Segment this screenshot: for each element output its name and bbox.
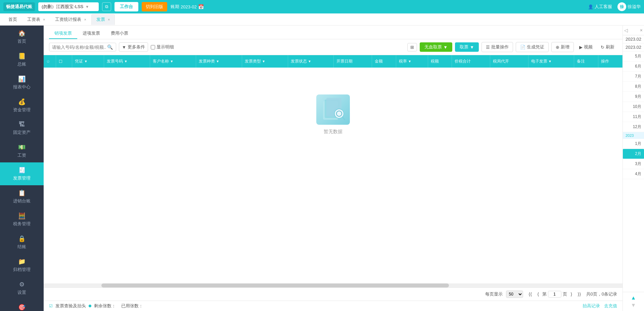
period-month-7[interactable]: 7月 xyxy=(623,72,644,82)
col-total[interactable]: 价税合计 xyxy=(452,55,490,68)
first-page-button[interactable]: ⟨⟨ xyxy=(526,291,534,298)
sub-tab-expense-ticket[interactable]: 费用小票 xyxy=(105,28,134,39)
scroll-bar[interactable] xyxy=(44,283,623,287)
footer: 每页显示 20 50 100 ⟨⟨ ⟨ 第 页 ⟩ ⟩⟩ 共0页，0条记录 xyxy=(44,287,623,301)
sidebar-item-home[interactable]: 🏠 首页 xyxy=(0,26,44,48)
col-status[interactable]: 发票状态 ▼ xyxy=(288,55,334,68)
sidebar-item-funds[interactable]: 💰 资金管理 xyxy=(0,94,44,117)
take-ticket-button[interactable]: 取票 ▼ xyxy=(455,42,479,52)
period-2023-month-3[interactable]: 3月 xyxy=(623,159,644,169)
settings-icon: ⚙ xyxy=(19,281,25,288)
col-tax-rate[interactable]: 税率 ▼ xyxy=(396,55,428,68)
tab-payroll-stats[interactable]: 工资统计报表 × xyxy=(50,14,91,25)
period-year-text-2: 2023.02 xyxy=(626,45,641,50)
search-icon[interactable]: 🔍 xyxy=(107,44,113,50)
ai-service-icon: 👤 xyxy=(588,4,593,9)
ai-service-button[interactable]: 👤 人工客服 xyxy=(588,4,612,10)
tab-payroll-stats-close-icon[interactable]: × xyxy=(84,17,86,22)
app-logo: 畅捷通易代账 xyxy=(3,2,35,11)
per-page-select[interactable]: 20 50 100 xyxy=(506,290,523,298)
raise-record-link[interactable]: 抬高记录 xyxy=(583,303,600,309)
tab-payroll[interactable]: 工资表 × xyxy=(22,14,50,25)
col-invoice-type[interactable]: 发票种类 ▼ xyxy=(196,55,242,68)
period-down-icon[interactable]: ▼ xyxy=(631,302,636,308)
show-detail-checkbox[interactable]: 显示明细 xyxy=(151,44,174,50)
sub-tab-sales-invoice[interactable]: 销项发票 xyxy=(49,28,77,39)
calendar-icon[interactable]: 📅 xyxy=(198,4,204,9)
period-month-8[interactable]: 8月 xyxy=(623,82,644,92)
sub-tab-purchase-invoice[interactable]: 进项发票 xyxy=(77,28,105,39)
col-customer[interactable]: 客户名称 ▼ xyxy=(150,55,196,68)
col-action[interactable]: 操作 xyxy=(598,55,623,68)
prev-page-button[interactable]: ⟨ xyxy=(535,291,541,298)
content-area: 销项发票 进项发票 费用小票 🔍 ▼ 更多条件 显示明细 ⊞ 无血取票 xyxy=(44,26,623,311)
no-deduct-button[interactable]: 无血取票 ▼ xyxy=(420,42,452,52)
period-month-11[interactable]: 11月 xyxy=(623,112,644,122)
grid-view-button[interactable]: ⊞ xyxy=(407,43,417,51)
sidebar-item-reports[interactable]: 📊 报表中心 xyxy=(0,71,44,94)
sidebar-item-sales[interactable]: 📋 进销台账 xyxy=(0,185,44,208)
tab-invoice[interactable]: 发票 × xyxy=(91,14,115,25)
company-selector[interactable]: (勿删）江西股宝-LSS ▼ xyxy=(38,2,99,11)
workbench-button[interactable]: 工作台 xyxy=(114,2,138,11)
copy-button[interactable]: ⧉ xyxy=(102,2,111,11)
username: 徐溢华 xyxy=(628,4,641,10)
col-date[interactable]: 开票日期 xyxy=(334,55,372,68)
show-detail-check[interactable] xyxy=(151,45,155,49)
sidebar-item-tax[interactable]: 🧮 税务管理 xyxy=(0,208,44,231)
page-input[interactable] xyxy=(548,291,561,298)
col-ticket-type[interactable]: 发票类型 ▼ xyxy=(242,55,288,68)
sidebar-item-general-ledger[interactable]: 📒 总账 xyxy=(0,48,44,71)
period-close-icon[interactable]: × xyxy=(640,28,643,33)
period-month-5[interactable]: 5月 xyxy=(623,51,644,62)
user-info[interactable]: 徐 徐溢华 xyxy=(617,2,641,11)
sidebar-item-archive[interactable]: 📁 归档管理 xyxy=(0,254,44,277)
period-2023-month-2[interactable]: 2月 xyxy=(623,149,644,159)
new-button[interactable]: ⊕ 新增 xyxy=(551,42,574,52)
period-expand-icon[interactable]: ◁ xyxy=(624,28,628,33)
batch-ops-button[interactable]: ☰ 批量操作 xyxy=(481,42,513,52)
col-tax-bureau[interactable]: 税局代开 xyxy=(490,55,528,68)
more-filter-button[interactable]: ▼ 更多条件 xyxy=(119,42,148,52)
tab-invoice-close-icon[interactable]: × xyxy=(108,17,110,22)
period-month-10[interactable]: 10月 xyxy=(623,102,644,112)
col-amount[interactable]: 金额 xyxy=(372,55,396,68)
sidebar-item-settings[interactable]: ⚙ 设置 xyxy=(0,277,44,300)
period-2023-month-4[interactable]: 4月 xyxy=(623,169,644,179)
sidebar-item-close-books[interactable]: 🔒 结账 xyxy=(0,231,44,254)
col-check[interactable]: ☐ xyxy=(56,55,72,68)
video-button[interactable]: ▶ 视频 xyxy=(577,42,595,52)
tab-home[interactable]: 首页 xyxy=(3,14,22,25)
col-star[interactable]: ☆ xyxy=(44,55,56,68)
col-remark[interactable]: 备注 xyxy=(574,55,598,68)
col-electronic[interactable]: 电子发票 ▼ xyxy=(528,55,574,68)
period-up-icon[interactable]: ▲ xyxy=(631,295,636,301)
sidebar-item-payroll[interactable]: 💵 工资 xyxy=(0,140,44,162)
search-box[interactable]: 🔍 xyxy=(49,43,116,51)
switch-version-button[interactable]: 切到旧版 xyxy=(142,2,167,11)
search-input[interactable] xyxy=(52,45,106,50)
period-month-12[interactable]: 12月 xyxy=(623,122,644,132)
sidebar-item-invoice[interactable]: 🧾 发票管理 xyxy=(0,162,44,185)
empty-illustration xyxy=(316,94,350,125)
col-tax-amount[interactable]: 税额 xyxy=(428,55,452,68)
col-invoice-no[interactable]: 发票号码 ▼ xyxy=(104,55,150,68)
recharge-link[interactable]: 去充值 xyxy=(604,303,617,309)
scroll-thumb[interactable] xyxy=(101,283,449,287)
page-suffix: 页 xyxy=(563,291,567,297)
period-2023-month-1[interactable]: 1月 xyxy=(623,139,644,149)
sidebar-item-guide[interactable]: 🎯 新手引导 xyxy=(0,300,44,311)
period-month-9[interactable]: 9月 xyxy=(623,92,644,102)
tab-payroll-close-icon[interactable]: × xyxy=(43,17,45,22)
period-year-2023: 2023 xyxy=(623,132,644,139)
gen-voucher-button[interactable]: 📄 生成凭证 xyxy=(516,42,549,52)
next-page-button[interactable]: ⟩ xyxy=(568,291,574,298)
per-page-label: 每页显示 xyxy=(485,291,503,297)
check-dot xyxy=(89,305,91,307)
refresh-button[interactable]: ↻ 刷新 xyxy=(598,42,617,52)
sidebar-item-fixed-assets[interactable]: 🏗 固定资产 xyxy=(0,117,44,140)
ledger-icon: 📒 xyxy=(18,52,26,60)
period-month-6[interactable]: 6月 xyxy=(623,62,644,72)
last-page-button[interactable]: ⟩⟩ xyxy=(576,291,583,298)
col-voucher[interactable]: 凭证 ▼ xyxy=(72,55,104,68)
